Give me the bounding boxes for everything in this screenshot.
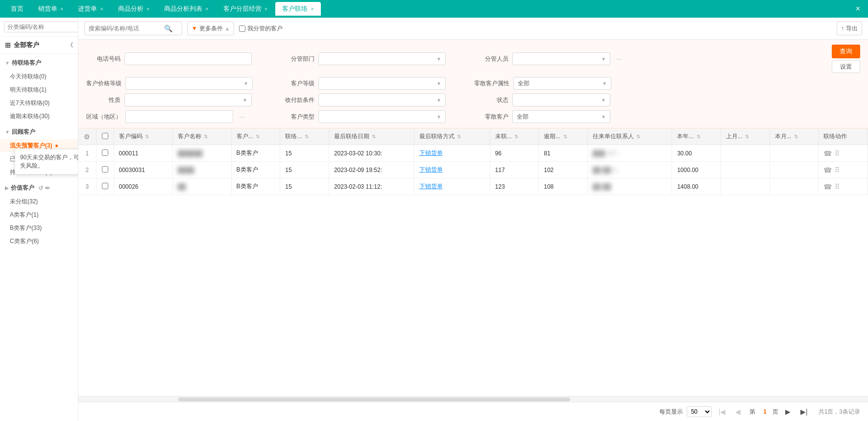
churn-tooltip: 90天未交易的客户，可能有流失风险。 [15,149,78,174]
col-last-date[interactable]: 最后联络日期 ⇅ [329,128,414,145]
dept-select[interactable]: ▼ [318,52,446,65]
page-next-btn[interactable]: ▶ [782,407,794,417]
tab-analysis-list-close[interactable]: × [205,6,208,12]
search-input[interactable] [89,25,162,32]
refresh-icon[interactable]: ↺ [38,185,43,192]
page-size-select[interactable]: 50 100 200 [687,406,712,417]
tab-customer-link-close[interactable]: × [311,6,313,12]
row2-more-icon[interactable]: ⠿ [835,166,840,174]
phone-input[interactable] [124,52,252,65]
col-this-year[interactable]: 本年... ⇅ [672,128,721,145]
filter-nature: 性质 ▼ [86,94,272,106]
col-last-method[interactable]: 最后联络方式 ⇅ [414,128,490,145]
horizontal-scrollbar[interactable] [178,397,570,401]
app-close-button[interactable]: × [852,4,864,13]
row2-type: B类客户 [231,162,280,178]
row1-action-icons: ☎ ⠿ [823,149,863,157]
row3-last-method-link[interactable]: 下销货单 [419,183,443,190]
col-contact[interactable]: 联络... ⇅ [280,128,329,145]
table-settings-btn[interactable]: ⚙ [84,133,90,141]
sidebar-collapse-icon[interactable]: 《 [67,41,73,50]
page-first-btn[interactable]: |◀ [716,407,729,417]
tab-customer-tier[interactable]: 客户分层经营 × [217,2,274,16]
customer-type-select[interactable]: ▼ [318,110,446,123]
row3-last-date: 2023-02-03 11:12: [329,178,414,195]
query-button[interactable]: 查询 [832,45,860,58]
price-tier-select[interactable]: ▼ [125,77,253,90]
col-type[interactable]: 客户... ⇅ [231,128,280,145]
sidebar-item-today[interactable]: 今天待联络(0) [0,70,78,83]
payment-select[interactable]: ▼ [318,94,446,106]
row1-last-method-link[interactable]: 下销货单 [419,149,443,156]
manager-select[interactable]: ▼ [512,52,610,65]
tab-analysis-list[interactable]: 商品分析列表 × [157,2,215,16]
search-icon[interactable]: 🔍 [164,25,172,32]
nature-select[interactable]: ▼ [124,94,252,106]
col-name[interactable]: 客户名称 ⇅ [172,128,231,145]
section-review-title[interactable]: ▼ 回顾客户 [0,125,78,139]
sidebar-item-class-a[interactable]: A类客户(1) [0,208,78,222]
row3-more-icon[interactable]: ⠿ [835,183,840,191]
sidebar-item-ungroup[interactable]: 未分组(32) [0,195,78,208]
customer-tier-select[interactable]: ▼ [318,77,446,90]
tab-purchase-close[interactable]: × [100,6,103,12]
page-last-btn[interactable]: ▶| [797,407,811,417]
tab-sales-close[interactable]: × [60,6,63,12]
sidebar-item-7days[interactable]: 近7天待联络(0) [0,97,78,110]
row3-select-checkbox[interactable] [102,183,108,189]
row1-this-month [770,145,819,162]
sidebar-item-class-b[interactable]: B类客户(33) [0,222,78,235]
row3-phone-icon[interactable]: ☎ [823,183,832,191]
sidebar-search-input[interactable] [4,22,78,32]
scattered-select[interactable]: 全部 ▼ [512,110,610,123]
row3-last-method[interactable]: 下销货单 [414,178,490,195]
more-conditions-btn[interactable]: ▼ 更多条件 ▲ [187,22,234,35]
section-pending-title[interactable]: ▼ 待联络客户 [0,56,78,70]
tab-home[interactable]: 首页 [4,2,30,16]
row2-phone-icon[interactable]: ☎ [823,166,832,174]
arrow-right-icon: ▶ [5,185,9,191]
tab-home-label: 首页 [11,4,24,13]
my-customers-check[interactable]: 我分管的客户 [239,25,283,33]
tab-customer-link[interactable]: 客户联络 × [275,2,320,16]
sidebar-all-customers[interactable]: ⊞ 全部客户 《 [0,37,78,54]
tab-analysis-close[interactable]: × [146,6,149,12]
row2-last-month [721,162,770,178]
row1-phone-icon[interactable]: ☎ [823,149,832,157]
col-code[interactable]: 客户编码 ⇅ [114,128,172,145]
row2-select-checkbox[interactable] [102,166,108,173]
select-all-checkbox[interactable] [102,133,108,139]
region-select[interactable] [125,110,233,123]
edit-icon[interactable]: ✏ [45,185,50,192]
export-btn[interactable]: ↑ 导出 [837,22,862,35]
col-overdue[interactable]: 逾期... ⇅ [539,128,588,145]
manager-more-icon[interactable]: ··· [614,55,624,63]
col-this-month[interactable]: 本月... ⇅ [770,128,819,145]
tab-purchase[interactable]: 进货单 × [71,2,110,16]
row2-last-method-link[interactable]: 下销货单 [419,166,443,173]
row1-select-checkbox[interactable] [102,149,108,156]
col-last-month[interactable]: 上月... ⇅ [721,128,770,145]
filter-row-2: 客户价格等级 ▼ 客户等级 ▼ 零散客户属性 全部 [86,77,860,90]
my-customers-checkbox[interactable] [239,25,245,32]
row1-more-icon[interactable]: ⠿ [835,149,840,157]
sidebar-item-overdue[interactable]: 逾期未联络(30) [0,110,78,123]
table-container[interactable]: ⚙ 客户编码 ⇅ 客户名称 ⇅ [78,128,868,396]
tab-analysis[interactable]: 商品分析 × [111,2,156,16]
tab-sales[interactable]: 销货单 × [31,2,70,16]
status-select[interactable]: ▼ [512,94,610,106]
sidebar-item-tomorrow[interactable]: 明天待联络(1) [0,83,78,97]
setting-button[interactable]: 设置 [832,60,860,73]
sidebar-item-class-c[interactable]: C类客户(6) [0,235,78,248]
scattered-attr-select[interactable]: 全部 ▼ [513,77,611,90]
row1-last-method[interactable]: 下销货单 [414,145,490,162]
row2-last-method[interactable]: 下销货单 [414,162,490,178]
col-uncontacted[interactable]: 未联... ⇅ [490,128,539,145]
col-unit-contact[interactable]: 往来单位联系人 ⇅ [587,128,672,145]
sort-icon-uncontacted: ⇅ [514,134,518,139]
page-prev-btn[interactable]: ◀ [732,407,744,417]
row1-type: B类客户 [231,145,280,162]
section-value-title[interactable]: ▶ 价值客户 ↺ ✏ [0,181,78,195]
region-more-icon[interactable]: ··· [237,113,247,121]
tab-customer-tier-close[interactable]: × [265,6,267,12]
